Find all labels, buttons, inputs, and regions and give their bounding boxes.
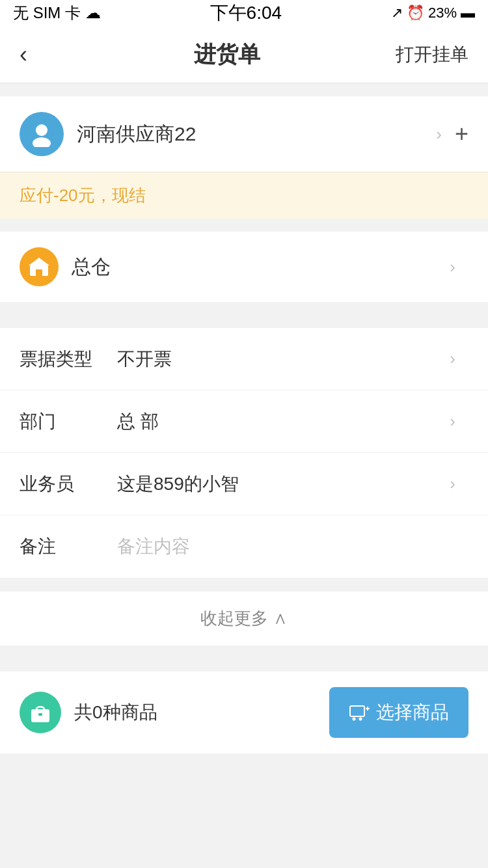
invoice-type-label: 票据类型 [20,347,98,372]
status-time: 下午6:04 [210,1,282,25]
warehouse-chevron-icon: › [450,257,455,277]
svg-marker-3 [29,258,49,265]
warehouse-icon [27,255,51,278]
department-row[interactable]: 部门 总 部 › [0,390,488,453]
form-section: 票据类型 不开票 › 部门 总 部 › 业务员 这是859的小智 › 备注 备注… [0,328,488,578]
collapse-row[interactable]: 收起更多 ∧ [0,591,488,645]
status-bar: 无 SIM 卡 ☁ 下午6:04 ↗ ⏰ 23% ▬ [0,0,488,26]
department-value: 总 部 [98,409,450,434]
svg-point-11 [359,718,362,721]
svg-point-1 [33,137,51,147]
collapse-label: 收起更多 ∧ [200,607,287,630]
battery-label: 23% [428,5,457,21]
back-button[interactable]: ‹ [20,41,59,68]
person-icon [29,121,55,147]
svg-point-0 [36,124,47,136]
status-left: 无 SIM 卡 ☁ [13,3,101,23]
salesperson-row[interactable]: 业务员 这是859的小智 › [0,453,488,515]
alarm-icon: ⏰ [407,5,424,21]
add-supplier-button[interactable]: + [455,122,468,146]
salesperson-value: 这是859的小智 [98,472,450,496]
empty-area [0,753,488,868]
invoice-type-value: 不开票 [98,347,450,372]
warehouse-label: 总仓 [72,254,450,280]
remark-placeholder: 备注内容 [98,534,468,559]
top-divider [0,83,488,96]
cart-icon [349,703,370,722]
open-pending-button[interactable]: 打开挂单 [396,42,468,67]
divider-1 [0,219,488,232]
select-product-label: 选择商品 [376,700,449,725]
remark-label: 备注 [20,534,98,559]
supplier-row[interactable]: 河南供应商22 › + [0,96,488,172]
supplier-chevron-icon: › [436,124,442,144]
divider-3 [0,645,488,658]
warehouse-icon-wrap [20,247,59,286]
svg-point-10 [353,718,356,721]
supplier-name: 河南供应商22 [77,121,436,148]
product-icon-wrap [20,692,61,733]
divider-2 [0,302,488,315]
sim-label: 无 SIM 卡 ☁ [13,3,101,23]
notice-banner: 应付-20元，现结 [0,172,488,219]
svg-rect-4 [36,269,42,276]
svg-rect-6 [38,713,42,716]
salesperson-chevron-icon: › [450,474,455,494]
status-right: ↗ ⏰ 23% ▬ [391,5,475,21]
select-product-button[interactable]: 选择商品 [329,687,468,738]
nav-bar: ‹ 进货单 打开挂单 [0,26,488,83]
product-bag-icon [28,700,53,725]
supplier-avatar [20,112,64,156]
supplier-section: 河南供应商22 › + 应付-20元，现结 [0,96,488,219]
location-icon: ↗ [391,5,403,21]
battery-icon: ▬ [461,5,475,21]
svg-rect-7 [350,706,364,716]
invoice-type-row[interactable]: 票据类型 不开票 › [0,328,488,390]
salesperson-label: 业务员 [20,472,98,496]
page-title: 进货单 [194,40,260,70]
product-bottom-section: 共0种商品 选择商品 [0,671,488,753]
department-chevron-icon: › [450,411,455,431]
warehouse-section: 总仓 › [0,232,488,302]
remark-row[interactable]: 备注 备注内容 [0,515,488,578]
warehouse-row[interactable]: 总仓 › [0,232,488,302]
department-label: 部门 [20,409,98,434]
invoice-type-chevron-icon: › [450,349,455,369]
product-count-label: 共0种商品 [74,700,316,725]
